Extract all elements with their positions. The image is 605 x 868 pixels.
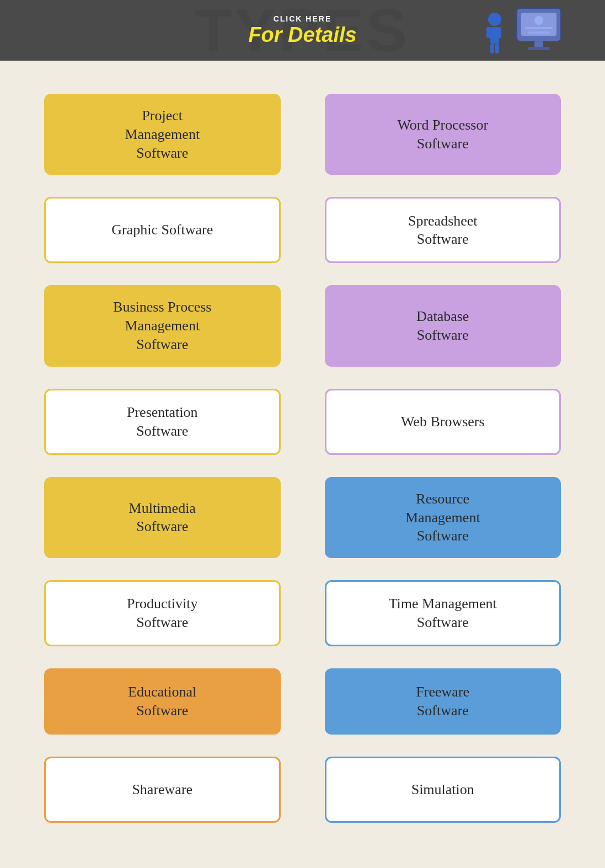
productivity-card[interactable]: Productivity Software (44, 580, 281, 646)
shareware-label: Shareware (132, 780, 192, 799)
productivity-label: Productivity Software (127, 594, 198, 632)
web-browsers-card[interactable]: Web Browsers (325, 389, 561, 455)
freeware-card[interactable]: Freeware Software (325, 668, 561, 735)
spreadsheet-label: Spreadsheet Software (408, 212, 478, 249)
time-management-card[interactable]: Time Management Software (325, 580, 561, 646)
freeware-label: Freeware Software (416, 683, 469, 720)
svg-rect-6 (528, 47, 550, 50)
presentation-card[interactable]: Presentation Software (44, 389, 281, 455)
resource-management-label: Resource Management Software (405, 490, 480, 545)
word-processor-card[interactable]: Word Processor Software (325, 94, 561, 175)
graphic-label: Graphic Software (111, 221, 213, 239)
word-processor-label: Word Processor Software (397, 116, 488, 153)
presentation-label: Presentation Software (127, 403, 198, 441)
svg-rect-4 (528, 31, 550, 34)
spreadsheet-card[interactable]: Spreadsheet Software (325, 197, 561, 263)
svg-point-2 (534, 16, 543, 25)
for-details-text[interactable]: For Details (248, 23, 356, 47)
database-label: Database Software (416, 307, 469, 345)
header: TYPES CLICK HERE For Details (0, 0, 605, 61)
business-process-label: Business Process Management Software (113, 298, 211, 353)
web-browsers-label: Web Browsers (401, 412, 485, 431)
shareware-card[interactable]: Shareware (44, 757, 281, 823)
click-here-text: CLICK HERE (248, 14, 356, 23)
graphic-card[interactable]: Graphic Software (44, 197, 281, 263)
project-management-card[interactable]: Project Management Software (44, 94, 281, 175)
svg-rect-10 (497, 27, 501, 38)
simulation-label: Simulation (411, 780, 474, 799)
multimedia-label: Multimedia Software (129, 499, 196, 537)
educational-card[interactable]: Educational Software (44, 668, 281, 735)
database-card[interactable]: Database Software (325, 285, 561, 366)
project-management-label: Project Management Software (125, 106, 200, 162)
cards-grid: Project Management SoftwareWord Processo… (0, 61, 605, 856)
robot-icon (484, 3, 572, 58)
svg-point-7 (488, 13, 501, 26)
business-process-card[interactable]: Business Process Management Software (44, 285, 281, 366)
svg-rect-9 (486, 27, 491, 38)
resource-management-card[interactable]: Resource Management Software (325, 477, 561, 558)
svg-rect-12 (495, 44, 499, 53)
svg-rect-3 (525, 27, 553, 29)
time-management-label: Time Management Software (389, 594, 497, 632)
educational-label: Educational Software (128, 683, 196, 720)
svg-rect-11 (490, 44, 494, 53)
header-cta[interactable]: CLICK HERE For Details (248, 14, 356, 47)
multimedia-card[interactable]: Multimedia Software (44, 477, 281, 558)
simulation-card[interactable]: Simulation (325, 757, 561, 823)
